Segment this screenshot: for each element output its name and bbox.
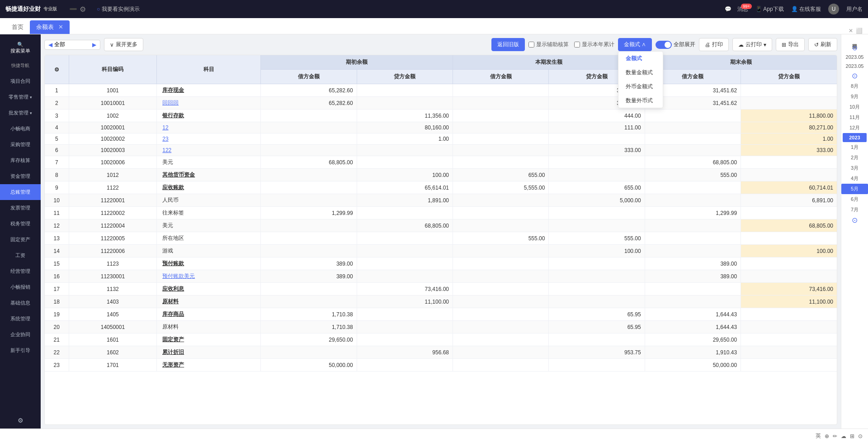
table-row-name[interactable]: 回回回 — [157, 97, 261, 110]
table-row-name[interactable]: 其他货币资金 — [157, 169, 261, 181]
table-row-name[interactable]: 累计折旧 — [157, 346, 261, 359]
settings-icon[interactable]: ⚙ — [80, 5, 86, 14]
sidebar-item-invoice[interactable]: 发票管理 — [0, 200, 41, 216]
table-row-name[interactable]: 122 — [157, 145, 261, 156]
notification-btn[interactable]: 💬 99+ 消息 — [725, 5, 748, 13]
tab-close-icon[interactable]: ✕ — [58, 24, 63, 30]
expand-all-toggle[interactable]: 全部展开 — [656, 41, 695, 49]
edit-icon[interactable]: ✏ — [833, 433, 837, 439]
window-controls[interactable] — [70, 8, 77, 10]
period-mar[interactable]: 3月 — [841, 163, 868, 173]
table-row-name[interactable]: 无形资产 — [157, 359, 261, 372]
search-input[interactable] — [54, 42, 90, 48]
period-2023-05b[interactable]: 2023.05 — [841, 62, 868, 71]
period-jul[interactable]: 7月 — [841, 205, 868, 215]
sidebar-item-ledger[interactable]: 总账管理 — [0, 184, 41, 200]
tab-balance[interactable]: 余额表 ✕ — [30, 20, 70, 34]
user-avatar[interactable]: U — [828, 4, 839, 14]
tab-home[interactable]: 首页 — [5, 20, 30, 34]
table-row-num: 10 — [45, 194, 69, 207]
table-row-name: 库存现金 — [157, 84, 261, 97]
sidebar-item-wholesale[interactable]: 批发管理 ▾ — [0, 105, 41, 121]
period-jun[interactable]: 6月 — [841, 194, 868, 205]
sidebar-item-purchase[interactable]: 采购管理 — [0, 137, 41, 152]
lang-btn[interactable]: 英 — [816, 432, 821, 440]
view-mode-btn[interactable]: 金额式 ∧ — [618, 38, 652, 51]
view-option-qty-foreign[interactable]: 数量外币式 — [618, 94, 663, 108]
demo-link[interactable]: ○ 我要看实例演示 — [97, 5, 140, 13]
period-2023-05a[interactable]: 2023.05 — [841, 52, 868, 62]
help-icon[interactable]: ⊙ — [858, 433, 863, 439]
show-year-total-checkbox[interactable]: 显示本年累计 — [574, 41, 614, 48]
sidebar-item-quicknav[interactable]: 快捷导航 — [0, 58, 41, 73]
view-mode-menu: 金额式 数量金额式 外币金额式 数量外币式 — [618, 51, 663, 108]
table-row-name[interactable]: 应收利息 — [157, 283, 261, 295]
table-row-name[interactable]: 23 — [157, 133, 261, 145]
sidebar-item-finance[interactable]: 资金管理 — [0, 168, 41, 184]
view-option-qty-amount[interactable]: 数量金额式 — [618, 66, 663, 80]
view-option-foreign-amount[interactable]: 外币金额式 — [618, 80, 663, 94]
sidebar-item-collab[interactable]: 企业协同 — [0, 327, 41, 343]
window-max-icon[interactable]: ⬜ — [856, 28, 863, 34]
sidebar-item-expense[interactable]: 小畅报销 — [0, 279, 41, 295]
sidebar-item-tax[interactable]: 税务管理 — [0, 216, 41, 232]
online-service-btn[interactable]: 👤 在线客服 — [791, 5, 821, 13]
sidebar-item-guide[interactable]: 新手引导 — [0, 343, 41, 358]
table-row-closing-credit — [741, 257, 837, 270]
table-row-opening-credit: 11,356.00 — [357, 110, 453, 122]
sidebar-search[interactable]: 🔍搜索菜单 — [0, 38, 41, 58]
search-box[interactable]: ◀ ▶ — [44, 40, 100, 50]
view-mode-dropdown[interactable]: 金额式 ∧ 金额式 数量金额式 外币金额式 数量外币式 — [618, 38, 652, 51]
table-row-name[interactable]: 12 — [157, 122, 261, 133]
th-settings[interactable]: ⚙ — [45, 55, 69, 84]
period-up-icon[interactable]: ⊙ — [841, 43, 868, 52]
period-jan[interactable]: 1月 — [841, 142, 868, 152]
sidebar-item-basic[interactable]: 基础信息 — [0, 295, 41, 311]
search-forward-icon[interactable]: ▶ — [92, 42, 96, 48]
th-period-group: 本期发生额 — [453, 55, 645, 70]
period-dec[interactable]: 12月 — [841, 123, 868, 133]
table-row-name[interactable]: 预付账款美元 — [157, 270, 261, 283]
period-oct[interactable]: 10月 — [841, 102, 868, 112]
sidebar-item-retail[interactable]: 零售管理 ▾ — [0, 89, 41, 105]
period-up2-icon[interactable]: ⊙ — [841, 71, 868, 81]
view-option-amount[interactable]: 金额式 — [618, 52, 663, 66]
period-apr[interactable]: 4月 — [841, 173, 868, 184]
th-opening-credit: 贷方金额 — [357, 70, 453, 84]
sidebar-item-salary[interactable]: 工资 — [0, 248, 41, 263]
export-btn[interactable]: ⊞ 导出 — [776, 38, 805, 51]
sidebar-item-system[interactable]: 系统管理 — [0, 311, 41, 327]
table-row-name[interactable]: 固定资产 — [157, 333, 261, 346]
print-btn[interactable]: 🖨 打印 — [699, 38, 729, 51]
show-auxiliary-checkbox[interactable]: 显示辅助核算 — [528, 41, 569, 48]
cloud-print-btn[interactable]: ☁ 云打印 ▾ — [732, 38, 772, 51]
table-row-name[interactable]: 原材料 — [157, 295, 261, 308]
table-row-period-credit — [549, 359, 645, 372]
toggle-switch[interactable] — [656, 41, 672, 49]
cloud-sync-icon[interactable]: ☁ — [841, 433, 846, 439]
sidebar-settings-icon[interactable]: ⚙ — [18, 412, 24, 429]
add-icon[interactable]: ⊕ — [825, 433, 829, 439]
cloud-print-arrow[interactable]: ▾ — [764, 42, 766, 48]
period-nov[interactable]: 11月 — [841, 112, 868, 123]
table-row-closing-debit — [645, 245, 741, 257]
grid-icon[interactable]: ⊞ — [850, 433, 854, 439]
app-download-btn[interactable]: 📱 App下载 — [755, 5, 784, 13]
table-row-opening-credit: 956.68 — [357, 346, 453, 359]
period-aug[interactable]: 8月 — [841, 81, 868, 91]
return-old-btn[interactable]: 返回旧版 — [491, 38, 525, 51]
sidebar-item-assets[interactable]: 固定资产 — [0, 232, 41, 248]
window-min-icon[interactable]: ✕ — [849, 28, 853, 34]
back-icon[interactable]: ◀ — [48, 42, 52, 48]
period-sep[interactable]: 9月 — [841, 91, 868, 102]
th-code: 科目编码 — [69, 55, 157, 84]
sidebar-item-contract[interactable]: 项目合同 — [0, 73, 41, 89]
sidebar-item-ecommerce[interactable]: 小畅电商 — [0, 121, 41, 137]
sidebar-item-inventory[interactable]: 库存核算 — [0, 152, 41, 168]
period-down-icon[interactable]: ⊙ — [841, 215, 868, 225]
expand-more-btn[interactable]: ∨ 展开更多 — [104, 38, 143, 51]
sidebar-item-operations[interactable]: 经营管理 — [0, 263, 41, 279]
refresh-btn[interactable]: ↺ 刷新 — [808, 38, 837, 51]
period-feb[interactable]: 2月 — [841, 152, 868, 163]
period-may[interactable]: 5月 — [841, 184, 868, 194]
